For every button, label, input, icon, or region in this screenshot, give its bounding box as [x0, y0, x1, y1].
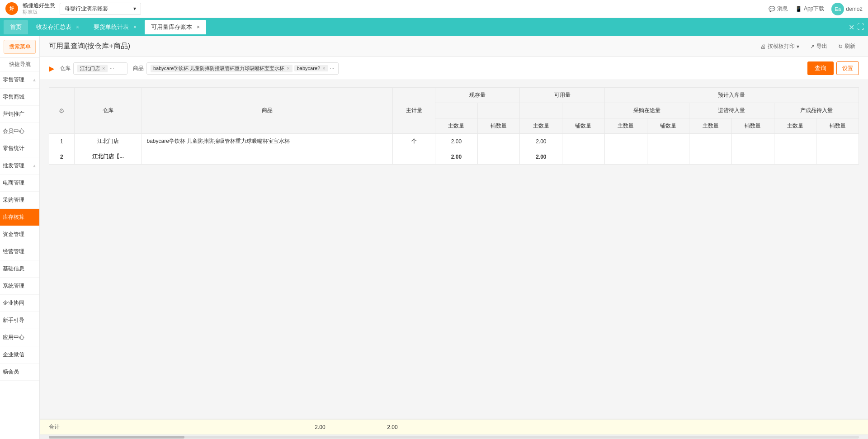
chevron-down-icon: ▾ [797, 43, 799, 50]
sidebar-item-system-mgmt[interactable]: 系统管理 [0, 278, 39, 295]
close-all-tabs-btn[interactable]: ✕ [849, 23, 854, 32]
query-btn[interactable]: 查询 [807, 61, 834, 75]
footer-avail-main: 2.00 [374, 424, 410, 430]
row2-inbound-sub [731, 149, 774, 165]
sidebar-item-wholesale-mgmt[interactable]: 批发管理 ▲ [0, 157, 39, 175]
sidebar-item-app-center[interactable]: 应用中心 [0, 329, 39, 346]
close-tab-available-inventory[interactable]: × [197, 24, 200, 30]
top-bar: 好 畅捷通好生意 标准版 母婴行业演示账套 ▾ 💬 消息 📱 App下载 Ea … [0, 0, 868, 18]
sidebar-item-retail-mall[interactable]: 零售商城 [0, 89, 39, 106]
col-inbound-sub-header: 辅数量 [731, 118, 774, 134]
row1-avail-main: 2.00 [520, 134, 562, 149]
row1-product-sub [816, 134, 859, 149]
sidebar-item-member-vip[interactable]: 畅会员 [0, 363, 39, 381]
setting-btn[interactable]: 设置 [836, 61, 859, 75]
refresh-icon: ↻ [838, 43, 843, 50]
row1-avail-sub [562, 134, 605, 149]
col-avail-main-header: 主数量 [520, 118, 562, 134]
close-tab-stock-summary[interactable]: × [76, 24, 79, 30]
row1-index: 1 [49, 134, 75, 149]
product-label: 商品 [133, 65, 144, 72]
scrollbar-thumb[interactable] [49, 436, 184, 439]
sidebar-search-area: 搜索菜单 [0, 36, 39, 58]
product-input[interactable]: babycare学饮杯 儿童防摔防撞吸管杯重力球吸嘴杯宝宝水杯 × babyca… [146, 62, 339, 75]
brand-logo: 好 [5, 2, 18, 15]
settings-icon[interactable]: ⚙ [59, 107, 65, 114]
row2-inbound-main [689, 149, 732, 165]
row2-product-sub [816, 149, 859, 165]
top-right-actions: 💬 消息 📱 App下载 Ea demo2 [769, 3, 863, 15]
sidebar-item-ecommerce[interactable]: 电商管理 [0, 175, 39, 192]
brand-area: 好 畅捷通好生意 标准版 母婴行业演示账套 ▾ [5, 2, 141, 15]
col-product-main-header: 主数量 [774, 118, 816, 134]
message-btn[interactable]: 💬 消息 [769, 5, 788, 13]
tab-stock-summary[interactable]: 收发存汇总表 × [30, 20, 85, 34]
content-area: 可用量查询(按仓库+商品) 🖨 按模板打印 ▾ ↗ 导出 ↻ 刷新 ▶ [40, 36, 868, 439]
sidebar-item-retail-stats[interactable]: 零售统计 [0, 140, 39, 157]
sidebar-item-enterprise-wechat[interactable]: 企业微信 [0, 346, 39, 363]
sidebar-item-newbie[interactable]: 新手引导 [0, 312, 39, 329]
tab-home[interactable]: 首页 [4, 20, 28, 34]
refresh-btn[interactable]: ↻ 刷新 [835, 41, 859, 52]
col-main-unit-header: 主计量 [393, 88, 435, 134]
search-menu-btn[interactable]: 搜索菜单 [4, 40, 36, 54]
remove-product-tag-1[interactable]: × [287, 66, 289, 71]
sidebar-item-enterprise-collab[interactable]: 企业协同 [0, 295, 39, 312]
sidebar-item-basic-info[interactable]: 基础信息 [0, 260, 39, 278]
footer-stock-main: 2.00 [302, 424, 338, 430]
row1-warehouse: 江北门店 [74, 134, 142, 149]
tab-nav-actions: ✕ ⛶ [849, 23, 864, 32]
app-download-btn[interactable]: 📱 App下载 [795, 5, 824, 13]
user-area[interactable]: Ea demo2 [831, 3, 863, 15]
sidebar-item-finance[interactable]: 资金管理 [0, 226, 39, 243]
table-wrapper: ⚙ 仓库 商品 主计量 现存量 可用量 预计入库量 采购在途量 [40, 80, 868, 419]
row1-stock-main: 2.00 [435, 134, 478, 149]
footer-label: 合计 [49, 423, 103, 431]
table-row: 1 江北门店 babycare学饮杯 儿童防摔防撞吸管杯重力球吸嘴杯宝宝水杯 个… [49, 134, 859, 149]
industry-selector[interactable]: 母婴行业演示账套 ▾ [60, 3, 141, 15]
tab-order-stats[interactable]: 要货单统计表 × [87, 20, 143, 34]
sidebar-item-member[interactable]: 会员中心 [0, 123, 39, 140]
sidebar-item-inventory[interactable]: 库存核算 [0, 209, 39, 226]
tab-available-inventory[interactable]: 可用量库存账本 × [145, 20, 206, 34]
col-purchase-label: 采购在途量 [604, 103, 689, 118]
export-btn[interactable]: ↗ 导出 [807, 41, 831, 52]
row1-stock-sub [477, 134, 520, 149]
brand-name: 畅捷通好生意 [23, 2, 55, 9]
warehouse-filter: 仓库 江北门店 × ··· [60, 62, 127, 75]
row1-purchase-main [604, 134, 647, 149]
sidebar: 搜索菜单 快捷导航 零售管理 ▲ 零售商城 营销推广 会员中心 零售统计 批发管… [0, 36, 40, 439]
expand-btn[interactable]: ⛶ [857, 23, 864, 32]
remove-warehouse-tag[interactable]: × [102, 66, 105, 71]
print-btn[interactable]: 🖨 按模板打印 ▾ [757, 41, 803, 52]
col-inbound-label: 进货待入量 [689, 103, 774, 118]
product-more-btn[interactable]: ··· [330, 65, 335, 71]
col-product-header: 商品 [142, 88, 393, 134]
warehouse-more-btn[interactable]: ··· [109, 65, 114, 71]
avatar: Ea [831, 3, 844, 15]
col-inbound-main-header: 主数量 [689, 118, 732, 134]
brand-sub: 标准版 [23, 9, 55, 15]
col-stock-group-header: 现存量 [435, 88, 520, 103]
col-avail-main-2 [520, 103, 562, 118]
sidebar-item-marketing[interactable]: 营销推广 [0, 106, 39, 123]
download-icon: 📱 [795, 6, 802, 12]
warehouse-tag: 江北门店 × [77, 65, 108, 72]
row2-unit [393, 149, 435, 165]
export-icon: ↗ [810, 43, 815, 50]
remove-product-tag-2[interactable]: × [322, 66, 325, 71]
filter-expand-btn[interactable]: ▶ [49, 64, 54, 73]
close-tab-order-stats[interactable]: × [133, 24, 137, 30]
warehouse-input[interactable]: 江北门店 × ··· [73, 62, 127, 75]
sidebar-item-operations[interactable]: 经营管理 [0, 243, 39, 260]
col-available-group-header: 可用量 [520, 88, 604, 103]
warehouse-label: 仓库 [60, 65, 71, 72]
sidebar-item-purchase[interactable]: 采购管理 [0, 192, 39, 209]
product-filter: 商品 babycare学饮杯 儿童防摔防撞吸管杯重力球吸嘴杯宝宝水杯 × bab… [133, 62, 339, 75]
quick-nav-btn[interactable]: 快捷导航 [0, 58, 39, 71]
row2-stock-sub [477, 149, 520, 165]
col-stock-sub-header: 辅数量 [477, 118, 520, 134]
inventory-table: ⚙ 仓库 商品 主计量 现存量 可用量 预计入库量 采购在途量 [49, 87, 859, 165]
sidebar-item-retail-mgmt[interactable]: 零售管理 ▲ [0, 71, 39, 89]
row2-stock-main: 2.00 [435, 149, 478, 165]
